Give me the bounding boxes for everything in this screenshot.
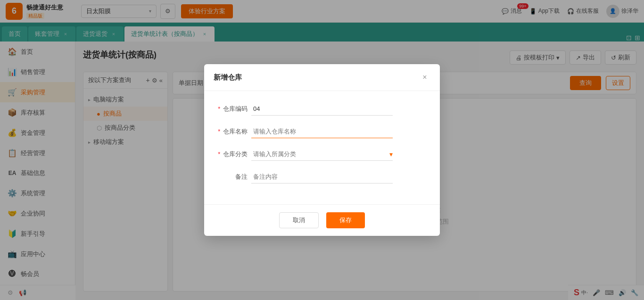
- name-label: * 仓库名称: [214, 127, 251, 136]
- remark-input[interactable]: [251, 170, 393, 183]
- cancel-button[interactable]: 取消: [279, 212, 319, 228]
- modal-backdrop: 新增仓库 × * 仓库编码 * 仓库名称: [0, 0, 644, 300]
- category-label: * 仓库分类: [214, 150, 251, 158]
- category-input[interactable]: [251, 148, 389, 160]
- category-field-row: * 仓库分类 ▾: [214, 148, 430, 161]
- remark-label: 备注: [214, 173, 251, 181]
- add-warehouse-modal: 新增仓库 × * 仓库编码 * 仓库名称: [204, 64, 440, 236]
- name-field-row: * 仓库名称: [214, 125, 430, 138]
- code-input[interactable]: [251, 102, 393, 116]
- modal-title: 新增仓库: [214, 73, 242, 82]
- code-label: * 仓库编码: [214, 105, 251, 113]
- modal-header: 新增仓库 ×: [204, 64, 440, 91]
- modal-footer: 取消 保存: [204, 204, 440, 236]
- code-field-row: * 仓库编码: [214, 102, 430, 116]
- category-chevron-icon: ▾: [389, 150, 393, 158]
- modal-close-button[interactable]: ×: [419, 72, 430, 83]
- remark-field-row: 备注: [214, 170, 430, 183]
- modal-body: * 仓库编码 * 仓库名称 * 仓库分类: [204, 91, 440, 204]
- name-input[interactable]: [251, 125, 393, 138]
- save-button[interactable]: 保存: [326, 212, 365, 228]
- category-selector[interactable]: ▾: [251, 148, 393, 161]
